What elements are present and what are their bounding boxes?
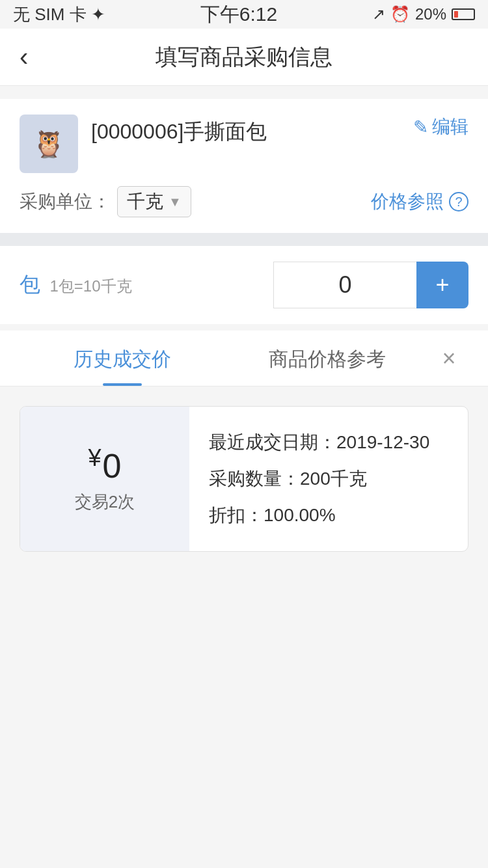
unit-select-group: 采购单位： 千克 ▼ (20, 186, 191, 217)
battery-percent: 20% (415, 5, 446, 23)
product-info: 🦉 [0000006]手撕面包 (20, 115, 413, 173)
product-name-row: [0000006]手撕面包 (91, 115, 413, 146)
discount-row: 折扣：100.00% (209, 503, 448, 528)
status-left: 无 SIM 卡 ✦ (13, 3, 105, 26)
history-content: ¥0 交易2次 最近成交日期：2019-12-30 采购数量：200千克 折扣：… (0, 387, 488, 571)
purchase-qty-value: 200千克 (300, 468, 367, 489)
recent-date-value: 2019-12-30 (336, 432, 429, 452)
tab-product-price-ref[interactable]: 商品价格参考 (224, 331, 429, 386)
tab-history-price[interactable]: 历史成交价 (20, 331, 224, 386)
qty-plus-button[interactable]: + (416, 262, 468, 308)
unit-dropdown[interactable]: 千克 ▼ (117, 186, 191, 217)
product-name: [0000006]手撕面包 (91, 120, 267, 143)
page-title: 填写商品采购信息 (156, 42, 332, 72)
tabs-bar: 历史成交价 商品价格参考 × (0, 331, 488, 387)
currency-symbol: ¥ (88, 444, 102, 471)
product-top-row: 🦉 [0000006]手撕面包 ✎ 编辑 (20, 115, 468, 173)
history-price-panel: ¥0 交易2次 (20, 407, 189, 551)
history-card: ¥0 交易2次 最近成交日期：2019-12-30 采购数量：200千克 折扣：… (20, 406, 468, 552)
quantity-row: 包 1包=10千克 0 + (0, 246, 488, 324)
purchase-qty-row: 采购数量：200千克 (209, 467, 448, 491)
recent-date-row: 最近成交日期：2019-12-30 (209, 430, 448, 455)
edit-button[interactable]: ✎ 编辑 (413, 115, 468, 139)
product-thumbnail: 🦉 (20, 115, 78, 173)
purchase-qty-label: 采购数量： (209, 468, 300, 489)
help-icon: ? (449, 192, 468, 211)
location-icon: ↗ (372, 5, 385, 23)
discount-label: 折扣： (209, 505, 264, 525)
nav-bar: ‹ 填写商品采购信息 (0, 29, 488, 86)
discount-value: 100.00% (264, 505, 336, 525)
status-bar: 无 SIM 卡 ✦ 下午6:12 ↗ ⏰ 20% (0, 0, 488, 29)
qty-unit-sub: 1包=10千克 (49, 277, 131, 295)
history-price-value: ¥0 (88, 444, 122, 485)
history-trades: 交易2次 (75, 491, 135, 513)
gray-divider (0, 233, 488, 246)
back-button[interactable]: ‹ (20, 42, 28, 72)
tab-history-label: 历史成交价 (74, 346, 171, 386)
price-ref-label: 价格参照 (371, 189, 444, 214)
edit-icon: ✎ (413, 116, 428, 138)
battery-icon (452, 8, 475, 20)
unit-row: 采购单位： 千克 ▼ 价格参照 ? (20, 186, 468, 217)
plus-icon: + (435, 271, 449, 299)
price-number: 0 (103, 447, 122, 485)
tab-active-underline (103, 383, 142, 386)
tab-price-ref-label: 商品价格参考 (269, 346, 386, 386)
qty-input-wrap: 0 + (145, 262, 468, 308)
sim-status: 无 SIM 卡 ✦ (13, 3, 105, 26)
qty-unit-group: 包 1包=10千克 (20, 271, 132, 299)
status-time: 下午6:12 (200, 1, 277, 28)
close-icon: × (442, 345, 455, 372)
history-detail-panel: 最近成交日期：2019-12-30 采购数量：200千克 折扣：100.00% (189, 407, 468, 551)
edit-label: 编辑 (432, 115, 468, 139)
unit-value: 千克 (127, 189, 163, 214)
qty-input[interactable]: 0 (273, 262, 416, 308)
dropdown-arrow-icon: ▼ (169, 195, 182, 210)
qty-value: 0 (338, 271, 351, 299)
recent-date-label: 最近成交日期： (209, 432, 336, 452)
price-ref-button[interactable]: 价格参照 ? (371, 189, 468, 214)
qty-unit-label: 包 (20, 273, 40, 296)
tab-inactive-underline (308, 383, 347, 386)
status-right: ↗ ⏰ 20% (372, 5, 475, 23)
product-card: 🦉 [0000006]手撕面包 ✎ 编辑 采购单位： 千克 ▼ 价格参照 ? (0, 99, 488, 233)
product-logo-icon: 🦉 (33, 129, 65, 159)
unit-label: 采购单位： (20, 189, 111, 214)
alarm-icon: ⏰ (390, 5, 410, 23)
close-button[interactable]: × (429, 339, 468, 378)
